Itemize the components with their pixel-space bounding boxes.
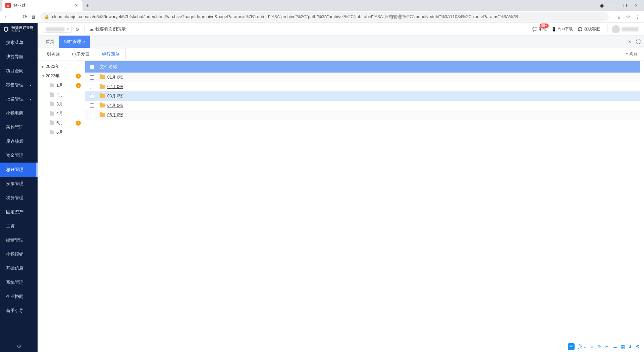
sidebar-item[interactable]: 总账管理	[0, 163, 38, 177]
row-checkbox[interactable]	[90, 94, 94, 98]
sidebar-item-label: 库存核算	[6, 138, 23, 144]
folder-icon	[50, 112, 54, 116]
file-link[interactable]: 01月 0张	[107, 75, 123, 80]
sidebar-item[interactable]: 小畅电商	[0, 106, 38, 120]
lock-icon: 🔒	[44, 14, 49, 19]
refresh-button[interactable]: ⟳ 刷新	[625, 48, 637, 60]
url-text: cloud.chanjet.com/cc/u6d89qwnryel/57bfsk…	[52, 14, 605, 20]
incognito-icon[interactable]: ◉	[600, 3, 604, 8]
bookmark-icon[interactable]: ☆	[626, 14, 630, 20]
sidebar-item[interactable]: 项目合同	[0, 64, 38, 78]
row-checkbox[interactable]	[90, 113, 94, 117]
subtab[interactable]: 银行回单	[96, 48, 126, 60]
row-checkbox[interactable]	[90, 85, 94, 89]
install-app-icon[interactable]: ⤓	[617, 14, 621, 20]
select-all-checkbox[interactable]	[90, 65, 94, 69]
sidebar-item[interactable]: 经营管理	[0, 233, 38, 247]
user-menu[interactable]	[607, 25, 639, 33]
close-tab-icon[interactable]: ×	[75, 3, 78, 8]
row-checkbox[interactable]	[90, 103, 94, 108]
file-link[interactable]: 04月 0张	[107, 103, 123, 108]
table-row[interactable]: 04月 0张	[85, 101, 640, 110]
tray-download-icon[interactable]: ⬇	[628, 344, 632, 349]
messages-button[interactable]: 💬 消息 99+	[532, 26, 547, 32]
tray-cloud-icon[interactable]: ☁	[612, 344, 617, 349]
subtab[interactable]: 电子发票	[66, 48, 96, 60]
logo-icon	[3, 26, 9, 33]
reload-button[interactable]: ⟳	[23, 13, 27, 20]
tray-image-icon[interactable]: ▦	[621, 344, 625, 349]
trash-icon[interactable]: 🗑	[31, 14, 36, 19]
folder-icon	[50, 121, 54, 125]
tree-month[interactable]: 5月i	[38, 118, 85, 128]
folder-icon	[50, 84, 54, 87]
tree-year-2023[interactable]: ▼ 2023年 i	[38, 71, 85, 81]
sidebar-item[interactable]: 税务管理	[0, 191, 38, 205]
sidebar-item[interactable]: 发票管理	[0, 177, 38, 191]
browser-menu-icon[interactable]: ⋮	[635, 14, 640, 20]
subtab[interactable]: 财务账	[41, 48, 66, 60]
sidebar-item-label: 搜索菜单	[6, 40, 23, 46]
back-button[interactable]: ←	[4, 14, 9, 20]
tab-home[interactable]: 首页	[41, 36, 59, 48]
sidebar-item[interactable]: 新手引导	[0, 304, 38, 318]
org-selector[interactable]: ▾	[43, 26, 72, 33]
demo-link[interactable]: ☁ 我要看实例演示	[89, 26, 126, 32]
table-row[interactable]: 01月 0张	[85, 73, 640, 82]
folder-icon	[50, 102, 54, 106]
sidebar-item[interactable]: 批发管理▾	[0, 92, 38, 106]
forward-button[interactable]: →	[13, 14, 19, 20]
username-blurred	[622, 27, 639, 31]
table-row[interactable]: 03月 0张	[85, 91, 640, 101]
tree-month[interactable]: 6月	[38, 128, 85, 137]
demo-label: 我要看实例演示	[95, 26, 126, 32]
ime-badge[interactable]: 王	[568, 343, 575, 350]
sidebar-item[interactable]: 固定资产	[0, 205, 38, 219]
app-download-button[interactable]: 📱 App下载	[551, 26, 573, 32]
tray-scissors-icon[interactable]: ✂	[605, 344, 609, 349]
url-field[interactable]: 🔒 cloud.chanjet.com/cc/u6d89qwnryel/57bf…	[40, 12, 609, 21]
sidebar-item[interactable]: 工资	[0, 219, 38, 233]
sidebar-item[interactable]: 库存核算	[0, 134, 38, 148]
sidebar-item[interactable]: 搜索菜单	[0, 36, 38, 50]
close-all-tabs-icon[interactable]: ✕	[628, 39, 632, 44]
table-row[interactable]: 02月 0张	[85, 82, 640, 91]
tab-archive[interactable]: 归档管理 ×	[59, 36, 90, 48]
list-header: 文件名称	[85, 61, 640, 73]
tree-month[interactable]: 1月i	[38, 81, 85, 90]
tray-gear-icon[interactable]: ⚙	[636, 344, 640, 349]
minimize-icon[interactable]: —	[611, 3, 615, 8]
support-label: 在线客服	[584, 26, 600, 32]
org-settings-icon[interactable]: ⚙	[75, 27, 79, 32]
sidebar-item[interactable]: 快捷导航	[0, 50, 38, 64]
sidebar-item[interactable]: 零售管理▾	[0, 78, 38, 92]
tree-month[interactable]: 2月	[38, 90, 85, 99]
tree-month[interactable]: 3月	[38, 99, 85, 109]
sidebar-item[interactable]: 系统管理	[0, 275, 38, 290]
tree-month[interactable]: 4月	[38, 109, 85, 118]
support-button[interactable]: 🎧 在线客服	[578, 26, 600, 32]
new-tab-button[interactable]: +	[86, 2, 90, 9]
browser-tab[interactable]: ◈ 好业财 ×	[2, 0, 83, 11]
file-link[interactable]: 05月 0张	[107, 112, 123, 118]
close-window-icon[interactable]: ✕	[634, 3, 638, 8]
fullscreen-icon[interactable]: ⛶	[636, 39, 641, 44]
row-checkbox[interactable]	[90, 75, 94, 80]
ime-lang[interactable]: 英 ⌄	[578, 344, 586, 350]
sidebar-item[interactable]: 资金管理	[0, 148, 38, 163]
sidebar-item[interactable]: 基础信息	[0, 261, 38, 275]
sidebar-item[interactable]: 企业协同	[0, 290, 38, 304]
maximize-icon[interactable]: ❐	[623, 3, 627, 8]
close-tab-icon[interactable]: ×	[83, 40, 85, 44]
tray-smile-icon[interactable]: ☺	[590, 344, 594, 349]
sidebar-item[interactable]: 采购管理	[0, 120, 38, 134]
logo: 畅捷通好业财专业版	[0, 23, 38, 36]
tree-year-2022[interactable]: ▶ 2022年	[38, 62, 85, 71]
tray-edit-icon[interactable]: ✎	[598, 344, 602, 349]
page-tab-strip: 首页 归档管理 × ✕ ⛶	[38, 36, 644, 48]
sidebar-settings-icon[interactable]: ⚙	[0, 343, 38, 349]
file-link[interactable]: 02月 0张	[107, 84, 123, 90]
file-link[interactable]: 03月 0张	[107, 93, 123, 99]
sidebar-item[interactable]: 小畅报销	[0, 247, 38, 261]
table-row[interactable]: 05月 0张	[85, 110, 640, 120]
